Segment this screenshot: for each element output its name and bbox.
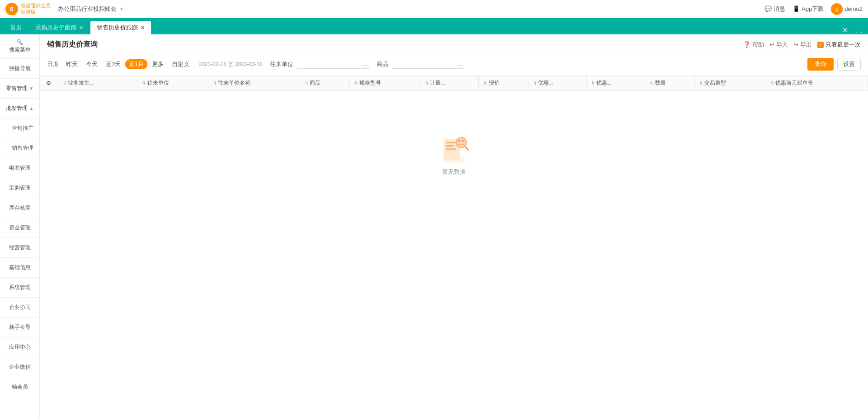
svg-line-7 bbox=[465, 147, 468, 150]
table-col-quote[interactable]: ⇅ 报价 bbox=[479, 76, 528, 91]
table-col-date[interactable]: ⇅ 业务发生... bbox=[58, 76, 137, 91]
page-header: 销售历史价查询 ❓ 帮助 ↩ 导入 ↪ 导出 ✓ bbox=[40, 34, 868, 53]
close-window-icon[interactable]: ✕ bbox=[840, 26, 850, 34]
sidebar-item-sales[interactable]: 销售管理 bbox=[0, 138, 39, 158]
user-button[interactable]: d demo2 bbox=[831, 3, 863, 15]
table-col-partner-code[interactable]: ⇅ 往来单位 bbox=[137, 76, 208, 91]
date-btn-today[interactable]: 今天 bbox=[82, 59, 101, 69]
search-button[interactable]: 查询 bbox=[807, 58, 834, 71]
top-bar-left: 6 畅捷通好生意标准版 办公用品行业模拟账套 ▾ bbox=[5, 3, 123, 15]
tab-sales-close-icon[interactable]: ✕ bbox=[141, 25, 145, 31]
sort-icon-12: ⇅ bbox=[770, 81, 774, 86]
sort-icon-9: ⇅ bbox=[591, 81, 595, 86]
filter-buttons: 查询 设置 bbox=[807, 58, 861, 71]
sidebar-item-enterprise[interactable]: 企业协同 bbox=[0, 298, 39, 318]
goods-input[interactable]: ... bbox=[392, 60, 464, 69]
date-btn-more[interactable]: 更多 bbox=[148, 59, 167, 69]
sidebar-item-wechat[interactable]: 企业微信 bbox=[0, 357, 39, 377]
empty-state: 暂无数据 bbox=[40, 91, 868, 212]
sidebar-item-system[interactable]: 系统管理 bbox=[0, 278, 39, 298]
partner-ellipsis-icon[interactable]: ... bbox=[363, 61, 368, 67]
sidebar-item-inventory[interactable]: 库存核算 bbox=[0, 198, 39, 218]
retail-chevron-icon: ▼ bbox=[29, 86, 34, 91]
tab-sales-history[interactable]: 销售历史价跟踪 ✕ bbox=[90, 21, 151, 34]
sort-icon-11: ⇅ bbox=[699, 81, 703, 86]
date-filter-group: 日期 昨天 今天 近7天 近1月 更多 自定义 2023-02-18 至 202… bbox=[47, 59, 263, 69]
page-actions: ❓ 帮助 ↩ 导入 ↪ 导出 ✓ 只看最后一次 bbox=[743, 41, 861, 49]
sort-icon-4: ⇅ bbox=[305, 81, 308, 86]
svg-point-8 bbox=[459, 140, 461, 142]
content-area: 销售历史价查询 ❓ 帮助 ↩ 导入 ↪ 导出 ✓ bbox=[40, 34, 868, 418]
sidebar-item-appcenter[interactable]: 应用中心 bbox=[0, 337, 39, 357]
wholesale-chevron-icon: ▲ bbox=[29, 106, 34, 111]
partner-input[interactable]: ... bbox=[297, 60, 369, 69]
message-button[interactable]: 💬 消息 bbox=[764, 5, 785, 13]
table-col-price[interactable]: ⇅ 优惠前无税单价 bbox=[765, 76, 868, 91]
top-bar: 6 畅捷通好生意标准版 办公用品行业模拟账套 ▾ 💬 消息 📱 App下载 d … bbox=[0, 0, 868, 18]
sidebar-item-ecommerce[interactable]: 电商管理 bbox=[0, 158, 39, 178]
date-btn-1month[interactable]: 近1月 bbox=[125, 59, 147, 69]
logo-area: 6 畅捷通好生意标准版 bbox=[5, 3, 51, 15]
sidebar-item-operations[interactable]: 经营管理 bbox=[0, 238, 39, 258]
date-options: 昨天 今天 近7天 近1月 更多 自定义 bbox=[62, 59, 193, 69]
table-col-type[interactable]: ⇅ 交易类型 bbox=[694, 76, 765, 91]
sidebar-item-wholesale[interactable]: 批发管理 ▲ bbox=[0, 99, 39, 119]
export-button[interactable]: ↪ 导出 bbox=[793, 41, 812, 49]
sidebar-item-member[interactable]: 畅会员 bbox=[0, 377, 39, 397]
table-col-goods[interactable]: ⇅ 商品 bbox=[300, 76, 349, 91]
sidebar-item-retail[interactable]: 零售管理 ▼ bbox=[0, 79, 39, 99]
sort-icon-8: ⇅ bbox=[533, 81, 537, 86]
table-col-unit[interactable]: ⇅ 计量... bbox=[420, 76, 479, 91]
only-last-checkbox[interactable]: ✓ 只看最后一次 bbox=[817, 41, 861, 49]
checkbox-icon: ✓ bbox=[817, 42, 824, 48]
svg-point-9 bbox=[462, 140, 464, 142]
app-dropdown-icon[interactable]: ▾ bbox=[120, 6, 123, 12]
sidebar-item-basics[interactable]: 基础信息 bbox=[0, 258, 39, 278]
table-col-qty[interactable]: ⇅ 数量 bbox=[645, 76, 695, 91]
tab-bar-actions: ✕ ⛶ bbox=[840, 26, 864, 34]
goods-ellipsis-icon[interactable]: ... bbox=[458, 61, 462, 67]
goods-filter-group: 商品 ... bbox=[377, 60, 464, 69]
table-col-spec[interactable]: ⇅ 规格型号 bbox=[349, 76, 420, 91]
date-label: 日期 bbox=[47, 60, 59, 68]
setting-button[interactable]: 设置 bbox=[837, 58, 861, 71]
sidebar-item-purchase[interactable]: 采购管理 bbox=[0, 178, 39, 198]
table-col-partner-name[interactable]: ⇅ 往来单位名称 bbox=[208, 76, 300, 91]
fullscreen-icon[interactable]: ⛶ bbox=[854, 26, 864, 34]
sort-icon-5: ⇅ bbox=[354, 81, 358, 86]
sidebar-item-search[interactable]: 🔍 搜索菜单 bbox=[0, 34, 39, 59]
svg-point-6 bbox=[457, 138, 465, 147]
main-layout: 🔍 搜索菜单 快捷导航 零售管理 ▼ 批发管理 ▲ 营销推广 销售管理 电商管理… bbox=[0, 34, 868, 418]
sidebar-item-guide[interactable]: 新手引导 bbox=[0, 318, 39, 337]
sort-icon-3: ⇅ bbox=[213, 81, 217, 86]
tab-purchase-history[interactable]: 采购历史价跟踪 ✕ bbox=[29, 21, 90, 34]
sidebar-item-quicknav[interactable]: 快捷导航 bbox=[0, 59, 39, 79]
table-container: ⚙ ⇅ 业务发生... ⇅ 往来单位 ⇅ bbox=[40, 76, 868, 418]
tab-bar: 首页 采购历史价跟踪 ✕ 销售历史价跟踪 ✕ ✕ ⛶ bbox=[0, 18, 868, 34]
export-icon: ↪ bbox=[793, 41, 798, 48]
sidebar-item-marketing[interactable]: 营销推广 bbox=[0, 119, 39, 138]
download-icon: 📱 bbox=[793, 5, 800, 12]
tab-purchase-close-icon[interactable]: ✕ bbox=[79, 25, 83, 31]
sidebar-item-finance[interactable]: 资金管理 bbox=[0, 218, 39, 238]
table-col-discount2[interactable]: ⇅ 优惠... bbox=[587, 76, 645, 91]
page-container: 销售历史价查询 ❓ 帮助 ↩ 导入 ↪ 导出 ✓ bbox=[40, 34, 868, 418]
settings-icon: ⚙ bbox=[46, 80, 51, 86]
table-col-settings[interactable]: ⚙ bbox=[40, 76, 58, 91]
tab-home[interactable]: 首页 bbox=[4, 21, 28, 34]
date-btn-custom[interactable]: 自定义 bbox=[168, 59, 193, 69]
logo-icon: 6 bbox=[5, 3, 18, 15]
sort-icon-6: ⇅ bbox=[425, 81, 429, 86]
date-btn-7days[interactable]: 近7天 bbox=[102, 59, 124, 69]
help-button[interactable]: ❓ 帮助 bbox=[743, 41, 764, 49]
import-button[interactable]: ↩ 导入 bbox=[769, 41, 788, 49]
table-col-discount1[interactable]: ⇅ 优惠... bbox=[528, 76, 586, 91]
sort-icon-10: ⇅ bbox=[650, 81, 653, 86]
import-icon: ↩ bbox=[769, 41, 774, 48]
filter-bar: 日期 昨天 今天 近7天 近1月 更多 自定义 2023-02-18 至 202… bbox=[40, 53, 868, 76]
goods-label: 商品 bbox=[377, 60, 388, 68]
date-btn-yesterday[interactable]: 昨天 bbox=[62, 59, 81, 69]
sort-icon-2: ⇅ bbox=[142, 81, 146, 86]
download-button[interactable]: 📱 App下载 bbox=[793, 5, 824, 13]
sort-icon-7: ⇅ bbox=[483, 81, 487, 86]
